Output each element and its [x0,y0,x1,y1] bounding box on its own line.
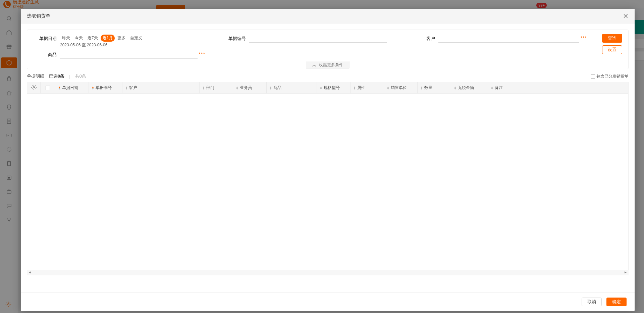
col-qty[interactable]: ▲▼数量 [418,82,451,93]
filter-product-label: 商品 [35,51,60,58]
scroll-left-icon: ◄ [28,270,32,275]
customer-input[interactable] [438,35,579,43]
ok-button[interactable]: 确定 [606,298,627,306]
close-icon[interactable]: ✕ [623,12,629,20]
filter-actions: 查询 设置 [602,34,622,54]
col-amount-label: 无税金额 [458,85,474,91]
selected-prefix: 已选 [49,74,58,79]
filter-docno-label: 单据编号 [224,35,249,42]
docno-input[interactable] [249,35,387,43]
col-product-label: 商品 [273,85,281,91]
pill-custom[interactable]: 自定义 [128,35,144,42]
pill-more[interactable]: 更多 [115,35,127,42]
filter-date-cell: 单据日期 昨天 今天 近7天 近1月 更多 自定义 2023-05-06 至 [35,35,198,48]
col-staff[interactable]: ▲▼业务员 [233,82,267,93]
col-customer-label: 客户 [129,85,137,91]
total-num: 0条 [79,74,86,79]
col-qty-label: 数量 [424,85,432,91]
date-range-text: 2023-05-06 至 2023-06-06 [60,42,198,48]
total-prefix: 共 [75,74,79,79]
col-spec[interactable]: ▲▼规格型号 [317,82,351,93]
table-wrap: ▲▼单据日期 ▲▼单据编号 ▲▼客户 ▲▼部门 ▲▼业务员 ▲▼商品 ▲▼规格型… [27,82,629,270]
modal-title: 选取销货单 [27,13,50,19]
pill-7days[interactable]: 近7天 [86,35,100,42]
checkbox-icon [591,74,595,79]
collapse-label: 收起更多条件 [319,62,343,67]
filter-row-1: 单据日期 昨天 今天 近7天 近1月 更多 自定义 2023-05-06 至 [35,35,620,48]
col-gear[interactable] [27,82,41,93]
col-docno-label: 单据编号 [96,85,112,91]
col-docno[interactable]: ▲▼单据编号 [89,82,122,93]
checkbox-icon [46,86,50,90]
total-count: 共0条 [75,73,86,79]
collapse-button[interactable]: ︽ 收起更多条件 [306,61,349,69]
col-attr-label: 属性 [357,85,365,91]
customer-more-icon[interactable]: ••• [579,35,589,40]
col-product[interactable]: ▲▼商品 [267,82,317,93]
col-remark[interactable]: ▲▼备注 [488,82,628,93]
date-pills: 昨天 今天 近7天 近1月 更多 自定义 [60,35,198,42]
settings-button[interactable]: 设置 [602,45,622,54]
product-more-icon[interactable]: ••• [198,51,207,56]
col-spec-label: 规格型号 [324,85,340,91]
selected-num: 0条 [58,74,64,79]
filter-date-value: 昨天 今天 近7天 近1月 更多 自定义 2023-05-06 至 2023-0… [60,35,198,48]
h-scrollbar[interactable]: ◄ ► [27,270,629,275]
col-unit-label: 销售单位 [391,85,407,91]
chevron-up-icon: ︽ [312,62,316,67]
col-customer[interactable]: ▲▼客户 [122,82,200,93]
include-dispatched-toggle[interactable]: 包含已分发销货单 [591,74,629,79]
col-staff-label: 业务员 [240,85,252,91]
col-dept[interactable]: ▲▼部门 [200,82,233,93]
product-input[interactable] [60,51,198,59]
filter-customer-label: 客户 [414,35,438,42]
cancel-button[interactable]: 取消 [582,298,602,306]
filter-card: 查询 设置 单据日期 昨天 今天 近7天 近1月 更多 自定义 [27,30,629,69]
date-sep: 至 [82,43,86,47]
col-amount[interactable]: ▲▼无税金额 [451,82,488,93]
svg-point-11 [33,87,35,88]
modal-body: 查询 设置 单据日期 昨天 今天 近7天 近1月 更多 自定义 [21,24,635,292]
filter-row-2: 商品 ••• [35,51,620,59]
filter-product-cell: 商品 ••• [35,51,207,59]
pill-yesterday[interactable]: 昨天 [60,35,72,42]
query-button[interactable]: 查询 [602,34,622,43]
pill-1month[interactable]: 近1月 [101,35,115,42]
date-from: 2023-05-06 [60,43,80,47]
pill-today[interactable]: 今天 [73,35,85,42]
filter-date-label: 单据日期 [35,35,60,42]
table-header: ▲▼单据日期 ▲▼单据编号 ▲▼客户 ▲▼部门 ▲▼业务员 ▲▼商品 ▲▼规格型… [27,82,628,94]
col-date[interactable]: ▲▼单据日期 [55,82,89,93]
list-header: 单据明细 已选0条 | 共0条 包含已分发销货单 [27,73,629,79]
gear-icon [31,84,37,91]
modal-header: 选取销货单 ✕ [21,9,635,24]
col-checkbox[interactable] [41,82,55,93]
modal-footer: 取消 确定 [21,292,635,311]
col-unit[interactable]: ▲▼销售单位 [384,82,418,93]
col-dept-label: 部门 [206,85,214,91]
include-dispatched-label: 包含已分发销货单 [596,74,629,79]
filter-customer-cell: 客户 ••• [414,35,589,43]
scroll-right-icon: ► [624,270,627,275]
filter-docno-cell: 单据编号 [224,35,387,43]
list-title: 单据明细 [27,73,44,79]
select-sales-order-modal: 选取销货单 ✕ 查询 设置 单据日期 昨天 今天 近7天 近1月 [21,9,635,311]
collapse-row: ︽ 收起更多条件 [35,61,620,69]
col-date-label: 单据日期 [62,85,78,91]
sep: | [69,74,70,79]
date-to: 2023-06-06 [87,43,107,47]
selected-count: 已选0条 [49,73,64,79]
col-remark-label: 备注 [495,85,503,91]
col-attr[interactable]: ▲▼属性 [351,82,384,93]
